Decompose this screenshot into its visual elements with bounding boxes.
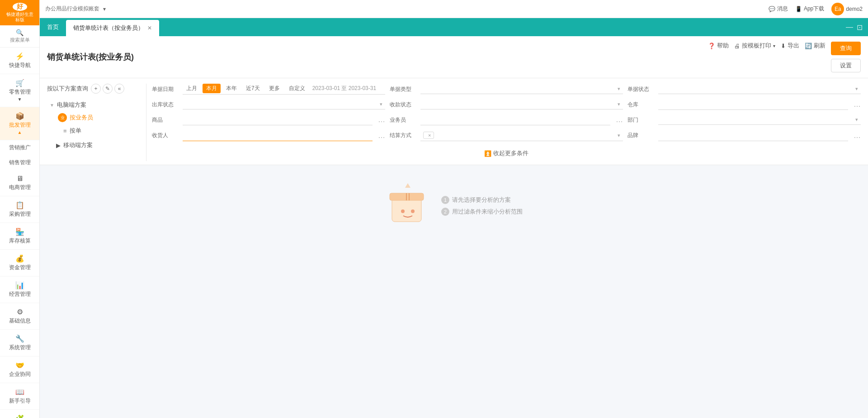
outstatus-select[interactable]: ▾	[183, 100, 385, 109]
sidebar-item-wholesale[interactable]: 📦 批发管理 ▲	[0, 107, 39, 140]
user-profile[interactable]: Ea demo2	[831, 3, 863, 15]
salesperson-input[interactable]	[420, 114, 610, 125]
avatar: Ea	[831, 3, 844, 15]
scheme-edit-btn[interactable]: ✎	[103, 84, 113, 94]
sidebar-item-coop[interactable]: 🤝 企业协同	[0, 356, 39, 383]
sidebar-item-guide[interactable]: 📖 新手引导	[0, 383, 39, 410]
settlement-select[interactable]: × ▾	[420, 130, 623, 141]
export-btn[interactable]: ⬇ 导出	[781, 42, 799, 50]
refresh-btn[interactable]: 🔄 刷新	[805, 42, 826, 50]
goods-input[interactable]	[183, 114, 373, 125]
receiver-label: 收货人	[152, 132, 179, 139]
date-btn-thismonth[interactable]: 本月	[203, 84, 221, 93]
main-area: 办公用品行业模拟账套 ▾ 💬 消息 📱 App下载 Ea demo2 首页	[40, 0, 868, 418]
department-select[interactable]: ▾	[658, 115, 861, 125]
tab-close-icon[interactable]: ✕	[147, 25, 152, 31]
brand-dots[interactable]: …	[854, 132, 861, 140]
help-btn[interactable]: ❓ 帮助	[708, 42, 729, 50]
empty-step-2: 2 用过滤条件来缩小分析范围	[441, 208, 523, 216]
filter-outstatus-field: 出库状态 ▾	[152, 100, 385, 109]
receiver-input[interactable]	[183, 130, 373, 141]
sidebar-item-ecommerce-label: 电商管理	[2, 184, 38, 191]
scheme-item-salesperson[interactable]: 业 按业务员	[47, 111, 141, 124]
empty-image	[385, 183, 430, 228]
scheme-group-mobile-header[interactable]: ▶ 移动端方案	[47, 139, 141, 152]
subnav-marketing[interactable]: 营销推广	[0, 140, 39, 155]
receiver-dots[interactable]: …	[378, 132, 385, 140]
scheme-collapse-btn[interactable]: «	[114, 84, 124, 94]
content-area: 销货单统计表(按业务员) ❓ 帮助 🖨 按模板打印 ▾ ⬇ 导出	[40, 36, 868, 418]
scheme-group-desktop-header[interactable]: ▼ 电脑端方案	[47, 99, 141, 111]
sidebar-item-retail[interactable]: 🛒 零售管理 ▼	[0, 74, 39, 107]
sidebar-item-system[interactable]: 🔧 系统管理	[0, 330, 39, 356]
retail-arrow: ▼	[18, 97, 22, 102]
app-logo: 好 畅捷通好生意 标版	[0, 0, 39, 25]
settlement-label: 结算方式	[390, 132, 417, 139]
query-button[interactable]: 查询	[831, 42, 861, 55]
sidebar-item-quicknav-label: 快捷导航	[2, 62, 38, 69]
collapse-bar[interactable]: ⏫ 收起更多条件	[152, 146, 861, 161]
scheme-add-btn[interactable]: +	[91, 84, 101, 94]
sidebar-item-basic[interactable]: ⚙ 基础信息	[0, 303, 39, 330]
sidebar-item-quicknav[interactable]: ⚡ 快捷导航	[0, 48, 39, 74]
tab-home[interactable]: 首页	[40, 18, 66, 36]
scheme-title: 按以下方案查询	[47, 85, 88, 93]
department-dropdown-arrow: ▾	[855, 117, 858, 123]
svg-point-4	[401, 209, 405, 213]
sidebar-item-finance[interactable]: 💰 资金管理	[0, 250, 39, 276]
print-btn[interactable]: 🖨 按模板打印 ▾	[734, 42, 775, 50]
date-btn-7days[interactable]: 近7天	[242, 84, 264, 93]
warehouse-dots[interactable]: …	[854, 100, 861, 109]
scheme-group-mobile: ▶ 移动端方案	[47, 139, 141, 152]
docstatus-select[interactable]: ▾	[658, 84, 861, 94]
scheme-item-doc[interactable]: ≡ 按单	[47, 124, 141, 137]
sidebar-search-item[interactable]: 🔍 搜索菜单	[0, 25, 39, 48]
warehouse-input[interactable]	[658, 99, 848, 110]
date-btn-lastmonth[interactable]: 上月	[183, 84, 201, 93]
settlement-tag-close-icon[interactable]: ×	[428, 133, 431, 138]
receivestatus-label: 收款状态	[390, 101, 417, 109]
empty-step-1: 1 请先选择要分析的方案	[441, 196, 523, 204]
inventory-icon: 🏪	[2, 228, 38, 236]
workspace-dropdown-arrow[interactable]: ▾	[103, 6, 106, 12]
filter-docstatus-field: 单据状态 ▾	[627, 84, 861, 94]
app-download-btn[interactable]: 📱 App下载	[795, 5, 824, 13]
filter-goods-field: 商品 …	[152, 114, 385, 125]
salesperson-dots[interactable]: …	[616, 116, 623, 124]
svg-point-5	[411, 209, 415, 213]
sidebar-item-purchase[interactable]: 📋 采购管理	[0, 196, 39, 223]
settings-button[interactable]: 设置	[831, 59, 861, 72]
subnav-sales[interactable]: 销售管理	[0, 155, 39, 170]
empty-state-area: 1 请先选择要分析的方案 2 用过滤条件来缩小分析范围	[40, 165, 868, 247]
filter-row-3: 商品 … 业务员 … 部门 ▾	[152, 114, 861, 125]
message-btn[interactable]: 💬 消息	[769, 5, 788, 13]
settlement-tag: ×	[423, 132, 434, 139]
tab-maximize-icon[interactable]: ⊡	[857, 23, 863, 32]
tab-minimize-icon[interactable]: —	[846, 23, 853, 31]
help-label: 帮助	[717, 42, 729, 50]
tab-sales-stat-label: 销货单统计表（按业务员）	[73, 24, 144, 32]
sidebar-item-ecommerce[interactable]: 🖥 电商管理	[0, 170, 39, 196]
sidebar-item-operation[interactable]: 📊 经营管理	[0, 276, 39, 303]
empty-svg	[385, 183, 430, 228]
outstatus-dropdown-arrow: ▾	[380, 101, 382, 107]
date-btn-thisyear[interactable]: 本年	[222, 84, 241, 93]
goods-dots[interactable]: …	[378, 116, 385, 124]
brand-input[interactable]	[658, 130, 848, 141]
logo-icon: 好	[13, 3, 27, 11]
system-icon: 🔧	[2, 334, 38, 343]
date-btn-more[interactable]: 更多	[265, 84, 283, 93]
scheme-panel: 按以下方案查询 + ✎ « ▼ 电脑端方案	[47, 84, 146, 161]
filter-fields: 单据日期 上月 本月 本年 近7天 更多 自定义 2023-03-01 至 20…	[152, 84, 861, 161]
filter-date-field: 单据日期 上月 本月 本年 近7天 更多 自定义 2023-03-01 至 20…	[152, 84, 385, 95]
topbar-right: 💬 消息 📱 App下载 Ea demo2	[769, 3, 863, 15]
filter-warehouse-field: 仓库 …	[627, 99, 861, 110]
date-btn-custom[interactable]: 自定义	[285, 84, 309, 93]
docstatus-label: 单据状态	[627, 86, 655, 93]
sidebar-item-inventory[interactable]: 🏪 库存核算	[0, 223, 39, 250]
mobile-tree-arrow: ▶	[56, 142, 61, 149]
tab-sales-stat[interactable]: 销货单统计表（按业务员） ✕	[66, 20, 159, 36]
sidebar-item-appstore[interactable]: 🧩 应用中心	[0, 410, 39, 418]
doctype-select[interactable]: ▾	[420, 84, 623, 94]
receivestatus-select[interactable]: ▾	[420, 100, 623, 109]
